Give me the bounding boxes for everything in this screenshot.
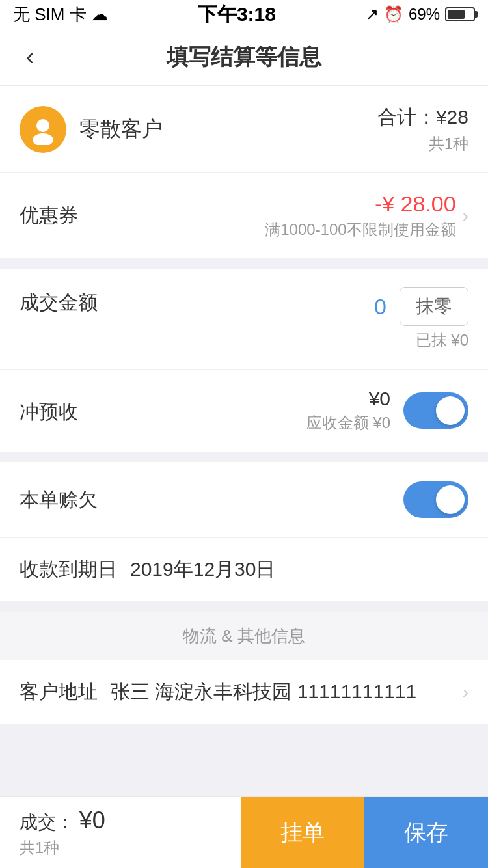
chevron-right-icon: › — [463, 206, 468, 226]
customer-name: 零散客户 — [79, 115, 163, 144]
back-button[interactable]: ‹ — [20, 36, 41, 77]
precollect-toggle[interactable] — [403, 392, 468, 429]
logistics-section: 物流 & 其他信息 客户地址 张三 海淀永丰科技园 11111111111 › — [0, 612, 488, 724]
page-title: 填写结算等信息 — [167, 42, 321, 72]
nav-bar: ‹ 填写结算等信息 — [0, 29, 488, 86]
precollect-info: ¥0 应收金额 ¥0 — [306, 388, 390, 433]
pending-button[interactable]: 挂单 — [241, 797, 364, 869]
address-chevron-icon: › — [463, 682, 468, 703]
precollect-amount: ¥0 — [306, 388, 390, 410]
coupon-info: -¥ 28.00 满1000-100不限制使用金额 — [265, 191, 455, 240]
svg-point-1 — [33, 133, 53, 145]
location-icon: ↗ — [366, 5, 379, 23]
total-amount: 合计：¥28 — [377, 104, 468, 131]
svg-point-0 — [36, 119, 49, 132]
address-value: 张三 海淀永丰科技园 11111111111 — [111, 679, 463, 705]
battery-icon — [445, 7, 475, 21]
deal-sub: 已抹 ¥0 — [360, 330, 468, 351]
address-label: 客户地址 — [20, 679, 98, 705]
coupon-label: 优惠券 — [20, 202, 78, 229]
deal-right: 0 抹零 已抹 ¥0 — [360, 287, 468, 351]
customer-total: 合计：¥28 共1种 — [377, 104, 468, 154]
debt-label: 本单赊欠 — [20, 487, 98, 513]
total-count: 共1种 — [377, 133, 468, 154]
precollect-right: ¥0 应收金额 ¥0 — [306, 388, 468, 433]
bottom-deal-row: 成交： ¥0 — [20, 807, 221, 835]
status-left: 无 SIM 卡 ☁ — [13, 3, 108, 26]
deal-value: 0 — [360, 294, 386, 319]
deal-row: 成交金额 0 抹零 已抹 ¥0 — [0, 269, 488, 369]
toggle-knob — [436, 396, 465, 425]
coupon-right: -¥ 28.00 满1000-100不限制使用金额 › — [265, 191, 468, 240]
bottom-deal-amount: ¥0 — [79, 807, 105, 834]
due-date-label: 收款到期日 — [20, 556, 117, 583]
coupon-description: 满1000-100不限制使用金额 — [265, 219, 455, 240]
deal-label: 成交金额 — [20, 287, 98, 316]
address-row[interactable]: 客户地址 张三 海淀永丰科技园 11111111111 › — [0, 660, 488, 724]
bottom-deal-label: 成交： — [20, 812, 74, 832]
logistics-header: 物流 & 其他信息 — [0, 612, 488, 660]
bottom-deal-count: 共1种 — [20, 837, 221, 858]
due-date-row: 收款到期日 2019年12月30日 — [0, 537, 488, 601]
customer-row: 零散客户 合计：¥28 共1种 — [0, 86, 488, 172]
status-bar: 无 SIM 卡 ☁ 下午3:18 ↗ ⏰ 69% — [0, 0, 488, 29]
debt-toggle[interactable] — [403, 481, 468, 518]
sim-label: 无 SIM 卡 ☁ — [13, 3, 108, 26]
logistics-title: 物流 & 其他信息 — [183, 625, 305, 647]
due-date-value: 2019年12月30日 — [130, 556, 275, 583]
debt-toggle-knob — [436, 485, 465, 514]
deal-section: 成交金额 0 抹零 已抹 ¥0 冲预收 ¥0 应收金额 ¥0 — [0, 269, 488, 452]
status-time: 下午3:18 — [198, 1, 276, 28]
bottom-deal-info: 成交： ¥0 共1种 — [0, 807, 241, 858]
debt-row: 本单赊欠 — [0, 462, 488, 537]
divider-right — [318, 636, 468, 636]
precollect-label: 冲预收 — [20, 396, 78, 426]
precollect-row: 冲预收 ¥0 应收金额 ¥0 — [0, 369, 488, 452]
customer-info: 零散客户 — [20, 106, 163, 153]
status-right: ↗ ⏰ 69% — [366, 5, 475, 23]
bottom-bar: 成交： ¥0 共1种 挂单 保存 — [0, 796, 488, 868]
divider-left — [20, 636, 170, 636]
battery-label: 69% — [409, 5, 440, 23]
avatar — [20, 106, 66, 153]
rounding-button[interactable]: 抹零 — [400, 287, 468, 326]
coupon-row[interactable]: 优惠券 -¥ 28.00 满1000-100不限制使用金额 › — [0, 172, 488, 258]
alarm-icon: ⏰ — [384, 5, 403, 23]
precollect-sub: 应收金额 ¥0 — [306, 413, 390, 433]
customer-section: 零散客户 合计：¥28 共1种 优惠券 -¥ 28.00 满1000-100不限… — [0, 86, 488, 258]
save-button[interactable]: 保存 — [364, 797, 488, 869]
coupon-discount: -¥ 28.00 — [265, 191, 455, 217]
debt-section: 本单赊欠 收款到期日 2019年12月30日 — [0, 462, 488, 601]
